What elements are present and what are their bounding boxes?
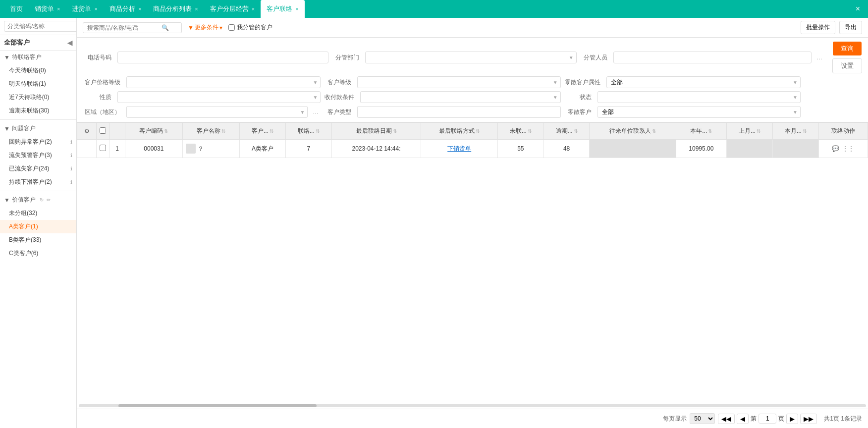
filter-more-conditions[interactable]: ▼ 更多条件 ▾	[188, 23, 222, 32]
price-grade-label: 客户价格等级	[85, 78, 123, 87]
row-last-way[interactable]: 下销货单	[421, 140, 498, 158]
sidebar-group-pending[interactable]: ▼ 待联络客户	[0, 51, 76, 64]
table-header-row: ⚙ 客户编码⇅ 客户名称⇅ 客户...⇅ 联络...⇅ 最后联络日期⇅ 最后联络…	[77, 123, 868, 140]
sidebar-search-input[interactable]	[4, 21, 77, 32]
sidebar-item-ungrouped[interactable]: 未分组(32)	[0, 207, 76, 220]
nav-tab-purchaseorder[interactable]: 进货单 ×	[66, 0, 103, 18]
sidebar-item-warning[interactable]: 流失预警客户(3) ℹ	[0, 149, 76, 162]
close-productanalysis-icon[interactable]: ×	[138, 6, 141, 12]
sidebar-all-customers-label: 全部客户	[4, 38, 30, 47]
sidebar-group-problem[interactable]: ▼ 问题客户	[0, 122, 76, 135]
row-this-month	[772, 140, 818, 158]
nav-tab-productlist[interactable]: 商品分析列表 ×	[147, 0, 204, 18]
sidebar-item-7days[interactable]: 近7天待联络(0)	[0, 91, 76, 104]
sidebar-item-b-class[interactable]: B类客户(33)	[0, 233, 76, 247]
content-area: 🔍 ▼ 更多条件 ▾ 我分管的客户 批量操作 导出 电话号码	[77, 18, 868, 428]
cust-grade-select[interactable]	[357, 76, 560, 88]
nature-label: 性质	[85, 93, 114, 102]
sidebar-item-tomorrow[interactable]: 明天待联络(1)	[0, 77, 76, 91]
nav-home[interactable]: 首页	[4, 0, 29, 18]
row-checkbox[interactable]	[100, 145, 106, 151]
close-purchaseorder-icon[interactable]: ×	[94, 6, 97, 12]
more-icon[interactable]: ⋮⋮	[842, 145, 854, 152]
col-name[interactable]: 客户名称⇅	[182, 123, 240, 140]
col-gear[interactable]: ⚙	[77, 123, 97, 140]
col-unit-contact[interactable]: 往来单位联系人⇅	[590, 123, 676, 140]
refresh-icon[interactable]: ↻	[40, 197, 44, 203]
region-label: 区域（地区）	[85, 108, 123, 116]
prev-page-button[interactable]: ◀	[737, 414, 749, 424]
nav-tab-salesorder[interactable]: 销货单 ×	[29, 0, 66, 18]
row-checkbox-cell	[97, 140, 109, 158]
price-grade-select[interactable]	[126, 76, 321, 88]
col-no-contact[interactable]: 未联...⇅	[497, 123, 543, 140]
status-select[interactable]	[597, 91, 801, 103]
my-customers-checkbox[interactable]	[228, 24, 235, 31]
page-size-select[interactable]: 50 10 20 100	[690, 413, 715, 424]
payment-label: 收付款条件	[325, 93, 357, 102]
retail-attr-select[interactable]: 全部	[606, 76, 801, 88]
filter-search-input[interactable]	[87, 24, 162, 31]
cust-type-input[interactable]	[357, 106, 560, 118]
sidebar-group-value[interactable]: ▼ 价值客户 ↻ ✏	[0, 193, 76, 207]
settings-button[interactable]: 设置	[832, 58, 862, 73]
close-all-tabs[interactable]: ×	[852, 4, 864, 13]
sidebar-item-c-class[interactable]: C类客户(6)	[0, 247, 76, 260]
gear-icon[interactable]: ⚙	[84, 128, 90, 135]
select-all-checkbox[interactable]	[100, 127, 106, 134]
batch-ops-button[interactable]: 批量操作	[801, 21, 835, 34]
manager-dots-icon[interactable]: …	[814, 54, 824, 61]
nature-select[interactable]	[117, 91, 321, 103]
nav-tab-customerseg[interactable]: 客户分层经营 ×	[204, 0, 261, 18]
row-name[interactable]: ？	[182, 140, 240, 158]
manager-label: 分管人员	[581, 54, 610, 62]
sidebar-collapse-icon[interactable]: ◀	[67, 39, 72, 47]
phone-input[interactable]	[117, 52, 328, 63]
col-overdue[interactable]: 逾期...⇅	[543, 123, 590, 140]
col-last-way[interactable]: 最后联络方式⇅	[421, 123, 498, 140]
close-productlist-icon[interactable]: ×	[195, 6, 198, 12]
col-contact[interactable]: 联络...⇅	[285, 123, 331, 140]
col-last-date[interactable]: 最后联络日期⇅	[331, 123, 421, 140]
row-code[interactable]: 000031	[125, 140, 183, 158]
region-dots-icon[interactable]: …	[311, 108, 321, 115]
sidebar-arrow-value: ▼	[4, 197, 10, 204]
region-select[interactable]	[126, 106, 308, 118]
filter-search-box: 🔍	[83, 22, 182, 33]
sidebar-all-customers-header[interactable]: 全部客户 ◀	[0, 35, 76, 51]
nav-tab-customercontact[interactable]: 客户联络 ×	[261, 0, 304, 18]
retail-cust-select[interactable]: 全部	[597, 106, 801, 118]
first-page-button[interactable]: ◀◀	[718, 414, 735, 424]
dept-select[interactable]	[365, 52, 576, 63]
payment-select[interactable]	[360, 91, 560, 103]
customer-table: ⚙ 客户编码⇅ 客户名称⇅ 客户...⇅ 联络...⇅ 最后联络日期⇅ 最后联络…	[77, 122, 868, 158]
chat-icon[interactable]: 💬	[832, 145, 839, 152]
my-customers-checkbox-area[interactable]: 我分管的客户	[228, 23, 272, 32]
close-customerseg-icon[interactable]: ×	[252, 6, 255, 12]
last-page-button[interactable]: ▶▶	[800, 414, 817, 424]
filter-search-icon[interactable]: 🔍	[162, 24, 169, 31]
col-code[interactable]: 客户编码⇅	[125, 123, 183, 140]
sidebar-item-today[interactable]: 今天待联络(0)	[0, 64, 76, 77]
sidebar-item-abnormal[interactable]: 回购异常客户(2) ℹ	[0, 135, 76, 149]
close-salesorder-icon[interactable]: ×	[57, 6, 60, 12]
sidebar-item-decline[interactable]: 持续下滑客户(2) ℹ	[0, 175, 76, 189]
page-input[interactable]	[759, 414, 776, 424]
col-last-month[interactable]: 上月...⇅	[727, 123, 773, 140]
col-type[interactable]: 客户...⇅	[240, 123, 286, 140]
row-type: A类客户	[240, 140, 286, 158]
sidebar-item-overdue[interactable]: 逾期未联络(30)	[0, 104, 76, 117]
close-customercontact-icon[interactable]: ×	[295, 6, 298, 12]
query-button[interactable]: 查询	[833, 42, 862, 55]
sidebar-item-lost[interactable]: 已流失客户(24) ℹ	[0, 162, 76, 175]
nav-tab-productanalysis[interactable]: 商品分析 ×	[104, 0, 147, 18]
export-button[interactable]: 导出	[839, 21, 862, 34]
filter-row-3: 性质 ▼ 收付款条件 ▼	[83, 91, 862, 103]
manager-input[interactable]	[613, 52, 812, 63]
col-this-month[interactable]: 本月...⇅	[772, 123, 818, 140]
edit-icon[interactable]: ✏	[47, 197, 51, 203]
sidebar-group-pending-label: 待联络客户	[12, 53, 42, 61]
col-this-year[interactable]: 本年...⇅	[676, 123, 727, 140]
next-page-button[interactable]: ▶	[786, 414, 798, 424]
sidebar-item-a-class[interactable]: A类客户(1)	[0, 220, 76, 233]
